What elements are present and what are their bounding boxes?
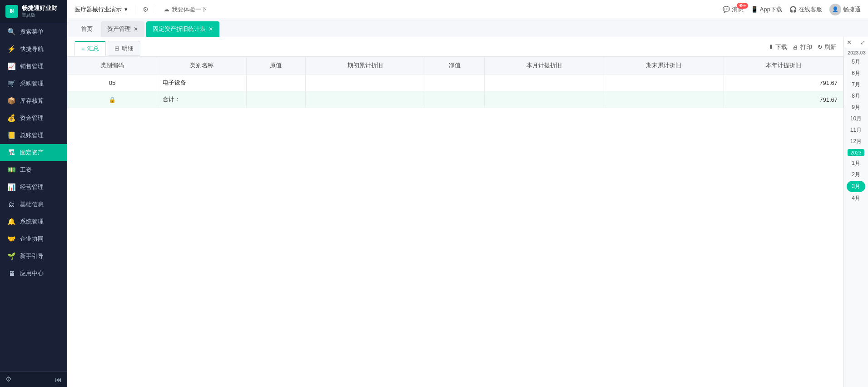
app-logo: 财 [5, 5, 18, 18]
sidebar-item-label-salary: 工资 [20, 166, 32, 174]
tab-fixed-asset-depreciation[interactable]: 固定资产折旧统计表 ✕ [146, 21, 219, 37]
messages-badge: 99+ [737, 3, 748, 9]
refresh-btn[interactable]: ↻ 刷新 [818, 43, 836, 51]
collapse-icon[interactable]: ⏮ [55, 376, 62, 383]
asset-mgmt-tab-close[interactable]: ✕ [134, 26, 138, 32]
cal-month-4月[interactable]: 4月 [844, 193, 868, 204]
cal-month-prev-12月[interactable]: 12月 [844, 136, 868, 147]
subtab-actions: ⬇ 下载 🖨 打印 ↻ 刷新 [769, 43, 836, 54]
subtab-detail[interactable]: ⊞ 明细 [108, 41, 140, 56]
fixed-asset-tab-close[interactable]: ✕ [208, 26, 213, 32]
th-category-code: 类别编码 [68, 57, 157, 74]
system-icon: 🔔 [7, 218, 15, 226]
online-service-label: 在线客服 [799, 5, 822, 14]
right-panel-header: ✕ ⤢ [844, 37, 868, 48]
user-name: 畅捷通 [843, 5, 861, 14]
close-panel-icon[interactable]: ✕ [847, 39, 852, 46]
sidebar-item-guide[interactable]: 🌱新手引导 [0, 248, 67, 265]
cal-month-3月[interactable]: 3月 [847, 181, 865, 192]
sidebar-item-salary[interactable]: 💵工资 [0, 161, 67, 179]
sidebar-item-operation[interactable]: 📊经营管理 [0, 179, 67, 196]
sidebar-item-inventory[interactable]: 📦库存核算 [0, 92, 67, 109]
sidebar-item-label-basic_info: 基础信息 [20, 200, 44, 208]
table-header-row: 类别编码 类别名称 原值 期初累计折旧 净值 本月计提折旧 期末累计折旧 本年计… [68, 57, 843, 74]
home-tab-label: 首页 [81, 25, 93, 33]
content-area: ≡ 汇总 ⊞ 明细 ⬇ 下载 🖨 打印 [67, 37, 868, 387]
sidebar-item-label-guide: 新手引导 [20, 252, 44, 260]
td-original-value [246, 74, 305, 91]
cal-month-prev-8月[interactable]: 8月 [844, 90, 868, 102]
td-period-end-depreciation [604, 74, 724, 91]
sidebar-item-label-ledger: 总账管理 [20, 131, 44, 139]
expand-panel-icon[interactable]: ⤢ [860, 39, 865, 46]
message-icon: 💬 [723, 6, 730, 13]
sidebar-item-finance[interactable]: 💰资金管理 [0, 109, 67, 127]
td-current-year-depreciation: 791.67 [724, 74, 843, 91]
topbar-settings-icon[interactable]: ⚙ [143, 5, 149, 14]
sidebar-header: 财 畅捷通好业财 普及版 [0, 0, 67, 23]
download-action-icon: ⬇ [769, 44, 774, 50]
subtab-summary-label: 汇总 [87, 45, 99, 53]
tab-asset-mgmt[interactable]: 资产管理 ✕ [101, 21, 144, 37]
cal-month-prev-6月[interactable]: 6月 [844, 68, 868, 79]
cal-month-prev-10月[interactable]: 10月 [844, 113, 868, 124]
sidebar-item-app_center[interactable]: 🖥应用中心 [0, 265, 67, 282]
sidebar-item-purchase[interactable]: 🛒采购管理 [0, 75, 67, 92]
cal-month-prev-9月[interactable]: 9月 [844, 102, 868, 113]
experience-btn[interactable]: ☁ 我要体验一下 [164, 5, 207, 14]
subtab-detail-label: 明细 [122, 45, 134, 53]
messages-btn[interactable]: 💬 消息 99+ [723, 5, 744, 14]
th-current-month-depreciation: 本月计提折旧 [484, 57, 604, 74]
print-btn[interactable]: 🖨 打印 [793, 43, 812, 51]
sidebar-item-label-operation: 经营管理 [20, 183, 44, 191]
download-icon: 📱 [751, 6, 758, 13]
main-area: 医疗器械行业演示 ▾ ⚙ ☁ 我要体验一下 💬 消息 99+ 📱 App下载 🎧… [67, 0, 868, 387]
sidebar-item-basic_info[interactable]: 🗂基础信息 [0, 196, 67, 213]
tab-home[interactable]: 首页 [74, 21, 99, 37]
subtab-summary[interactable]: ≡ 汇总 [74, 41, 106, 56]
sidebar-item-fixed_asset[interactable]: 🏗固定资产 [0, 144, 67, 161]
settings-icon[interactable]: ⚙ [5, 375, 11, 383]
cal-month-prev-7月[interactable]: 7月 [844, 79, 868, 90]
sidebar-item-label-purchase: 采购管理 [20, 79, 44, 88]
td-period-start-depreciation [306, 74, 425, 91]
inventory-icon: 📦 [7, 97, 15, 105]
refresh-icon: ↻ [818, 44, 823, 50]
td-total-label: 合计： [157, 91, 246, 108]
sidebar-item-system[interactable]: 🔔系统管理 [0, 213, 67, 230]
app-download-btn[interactable]: 📱 App下载 [751, 5, 782, 14]
avatar: 👤 [829, 4, 841, 15]
sidebar-item-sales[interactable]: 📈销售管理 [0, 58, 67, 75]
sidebar-item-ledger[interactable]: 📒总账管理 [0, 127, 67, 144]
search-icon: 🔍 [7, 28, 15, 36]
sidebar-item-label-system: 系统管理 [20, 218, 44, 226]
subtab-left: ≡ 汇总 ⊞ 明细 [74, 41, 140, 56]
sales-icon: 📈 [7, 62, 15, 70]
topbar-right: 💬 消息 99+ 📱 App下载 🎧 在线客服 👤 畅捷通 [723, 4, 861, 15]
sidebar-nav: 🔍搜索菜单⚡快捷导航📈销售管理🛒采购管理📦库存核算💰资金管理📒总账管理🏗固定资产… [0, 23, 67, 371]
app_center-icon: 🖥 [7, 269, 15, 277]
sidebar-item-quicknav[interactable]: ⚡快捷导航 [0, 40, 67, 58]
td-total-net-value [425, 91, 484, 108]
sidebar-item-cooperation[interactable]: 🤝企业协同 [0, 230, 67, 248]
company-selector[interactable]: 医疗器械行业演示 ▾ [74, 5, 128, 14]
finance-icon: 💰 [7, 114, 15, 122]
online-service-btn[interactable]: 🎧 在线客服 [789, 5, 822, 14]
basic_info-icon: 🗂 [7, 200, 15, 208]
cal-month-2月[interactable]: 2月 [844, 169, 868, 180]
sidebar-item-label-sales: 销售管理 [20, 62, 44, 70]
sidebar-item-search[interactable]: 🔍搜索菜单 [0, 23, 67, 40]
chevron-down-icon: ▾ [124, 6, 128, 13]
fixed-asset-tab-label: 固定资产折旧统计表 [153, 25, 206, 33]
operation-icon: 📊 [7, 183, 15, 191]
user-avatar-btn[interactable]: 👤 畅捷通 [829, 4, 861, 15]
cal-month-prev-11月[interactable]: 11月 [844, 124, 868, 136]
download-btn[interactable]: ⬇ 下载 [769, 43, 787, 51]
cal-month-1月[interactable]: 1月 [844, 158, 868, 169]
td-total-original-value [246, 91, 305, 108]
calendar-scroll[interactable]: 5月6月7月8月9月10月11月12月20231月2月3月4月 [844, 56, 868, 387]
td-current-month-depreciation [484, 74, 604, 91]
cal-month-prev-5月[interactable]: 5月 [844, 56, 868, 68]
td-total-period-start [306, 91, 425, 108]
ledger-icon: 📒 [7, 131, 15, 139]
